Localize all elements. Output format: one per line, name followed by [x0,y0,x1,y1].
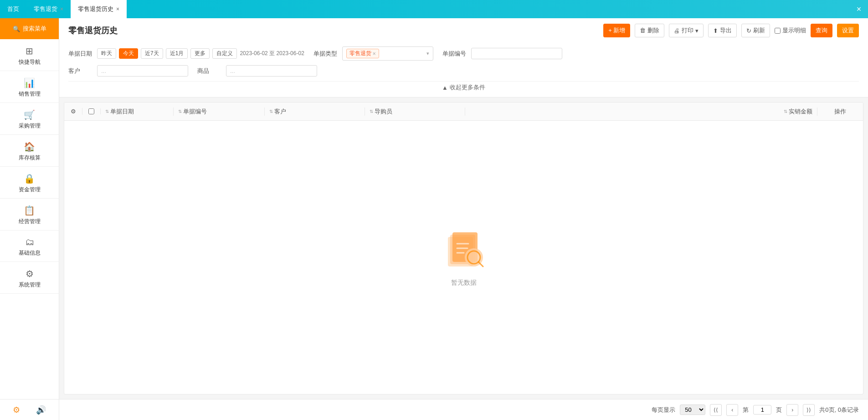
th-date-sort-icon[interactable]: ⇅ [105,109,109,114]
sales-mgmt-icon: 📊 [24,77,35,88]
number-filter-item: 单据编号 [442,48,562,59]
page-size-select[interactable]: 50 10 20 100 [680,405,705,415]
query-button[interactable]: 查询 [811,24,832,37]
th-date: ⇅ 单据日期 [101,108,174,116]
top-bar: 首页 零售退货 × 零售退货历史 × × [0,0,868,18]
th-customer-sort-icon[interactable]: ⇅ [269,109,273,114]
finance-icon: 🔒 [24,173,35,184]
date-filter-buttons: 昨天 今天 近7天 近1月 更多 自定义 2023-06-02 至 2023-0… [97,48,304,59]
type-select-chevron-icon: ▾ [426,51,429,56]
page-size-label: 每页显示 [652,406,675,414]
show-detail-checkbox[interactable] [775,28,781,34]
refresh-button[interactable]: ↻ 刷新 [741,24,770,37]
tab-return-label: 零售退货 [34,5,57,13]
date-btn-more[interactable]: 更多 [190,48,210,59]
sidebar-item-finance[interactable]: 🔒 资金管理 [0,167,59,199]
sidebar-item-quick-nav[interactable]: ⊞ 快捷导航 [0,39,59,71]
purchase-mgmt-icon: 🛒 [24,109,35,120]
toolbar: + 新增 🗑 删除 🖨 打印 ▾ ⬆ 导出 ↻ 刷新 [603,24,859,37]
empty-state-text: 暂无数据 [451,279,477,287]
date-btn-7days[interactable]: 近7天 [141,48,163,59]
goods-filter-select[interactable]: ... [226,65,317,77]
tab-return-history[interactable]: 零售退货历史 × [71,0,127,18]
refresh-label: 刷新 [753,26,765,35]
operations-icon: 📋 [24,205,35,216]
th-number-sort-icon[interactable]: ⇅ [178,109,182,114]
th-date-label: 单据日期 [110,108,134,116]
select-all-checkbox[interactable] [88,108,94,114]
th-action: 操作 [817,108,863,116]
date-range-display: 2023-06-02 至 2023-06-02 [240,50,304,57]
type-filter-label: 单据类型 [313,50,339,58]
tab-home-label: 首页 [7,5,19,13]
date-filter-item: 单据日期 昨天 今天 近7天 近1月 更多 自定义 2023-06-02 至 2… [68,48,304,59]
basic-info-icon: 🗂 [25,237,34,247]
tab-return[interactable]: 零售退货 × [26,0,71,18]
sidebar-search-label: 搜索菜单 [23,25,46,33]
tab-return-history-label: 零售退货历史 [78,5,113,13]
tab-home[interactable]: 首页 [0,0,26,18]
export-label: 导出 [720,26,732,35]
delete-button[interactable]: 🗑 删除 [635,24,664,37]
current-page-input[interactable] [753,405,771,415]
customer-placeholder: ... [101,67,106,74]
number-filter-input[interactable] [471,48,562,59]
sidebar-item-inventory[interactable]: 🏠 库存核算 [0,135,59,167]
th-settings[interactable]: ⚙ [64,108,82,115]
sidebar-item-sales-mgmt[interactable]: 📊 销售管理 [0,71,59,103]
page-unit: 页 [776,406,782,414]
sidebar-item-system-mgmt-label: 系统管理 [19,281,41,289]
sidebar-item-system-mgmt[interactable]: ⚙ 系统管理 [0,262,59,294]
tab-list: 首页 零售退货 × 零售退货历史 × [0,0,850,18]
first-page-button[interactable]: ⟨⟨ [710,404,722,416]
last-page-button[interactable]: ⟩⟩ [803,404,815,416]
table-header: ⚙ ⇅ 单据日期 ⇅ 单据编号 ⇅ 客户 ⇅ [64,102,863,121]
th-checkbox[interactable] [82,108,101,114]
settings-button[interactable]: 设置 [837,24,859,37]
total-records: 共0页, 0条记录 [819,406,859,414]
customer-filter-select[interactable]: ... [97,65,188,77]
sidebar-item-purchase-mgmt[interactable]: 🛒 采购管理 [0,103,59,135]
volume-bottom-icon[interactable]: 🔊 [36,405,46,415]
th-amount-label: 实销金额 [789,108,812,116]
date-btn-1month[interactable]: 近1月 [166,48,188,59]
tab-return-history-close[interactable]: × [116,6,119,12]
th-amount: ⇅ 实销金额 [465,108,817,116]
th-guide-sort-icon[interactable]: ⇅ [370,109,373,114]
content-area: 零售退货历史 + 新增 🗑 删除 🖨 打印 ▾ ⬆ 导出 ↻ [59,18,868,420]
quick-nav-icon: ⊞ [26,46,33,56]
page-header: 零售退货历史 + 新增 🗑 删除 🖨 打印 ▾ ⬆ 导出 ↻ [59,18,868,97]
sidebar-search[interactable]: 🔍 搜索菜单 [0,18,59,39]
th-number-label: 单据编号 [183,108,207,116]
inventory-icon: 🏠 [24,141,35,152]
collapse-label: 收起更多条件 [450,83,485,92]
settings-bottom-icon[interactable]: ⚙ [13,405,20,415]
page-label: 第 [743,406,749,414]
next-page-button[interactable]: › [786,404,798,416]
sidebar-item-basic-info[interactable]: 🗂 基础信息 [0,230,59,262]
show-detail-label: 显示明细 [782,26,806,35]
tab-return-close[interactable]: × [60,6,63,12]
customer-filter-label: 客户 [68,67,93,75]
print-button[interactable]: 🖨 打印 ▾ [669,24,704,37]
window-close-button[interactable]: × [850,0,868,18]
sidebar-item-operations[interactable]: 📋 经营管理 [0,199,59,230]
export-button[interactable]: ⬆ 导出 [708,24,737,37]
data-table: ⚙ ⇅ 单据日期 ⇅ 单据编号 ⇅ 客户 ⇅ [64,102,863,394]
prev-page-button[interactable]: ‹ [726,404,738,416]
collapse-button[interactable]: ▲ 收起更多条件 [68,81,859,93]
th-action-label: 操作 [834,108,846,116]
type-filter-select[interactable]: 零售退货 × ▾ [342,46,433,61]
empty-state: 暂无数据 [64,121,863,394]
add-button[interactable]: + 新增 [603,24,630,37]
date-btn-today[interactable]: 今天 [119,48,138,59]
date-btn-yesterday[interactable]: 昨天 [97,48,116,59]
th-customer-label: 客户 [274,108,286,116]
show-detail-checkbox-label[interactable]: 显示明细 [775,26,806,35]
th-amount-sort-icon[interactable]: ⇅ [784,109,787,114]
refresh-icon: ↻ [746,27,751,34]
th-guide-label: 导购员 [375,108,392,116]
type-tag-close-icon[interactable]: × [373,51,376,57]
filter-row-1: 单据日期 昨天 今天 近7天 近1月 更多 自定义 2023-06-02 至 2… [68,46,859,61]
date-btn-custom[interactable]: 自定义 [212,48,237,59]
